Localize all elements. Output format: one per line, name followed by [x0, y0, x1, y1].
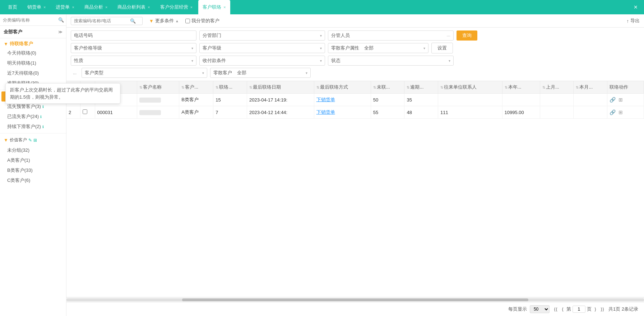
- table-area: ⚙ ⇅客户编码 ⇅客户名称 ⇅客户... ⇅联络... ⇅最后联络日期 ⇅最后联…: [66, 81, 644, 297]
- person-more[interactable]: ···: [446, 33, 450, 38]
- row2-checkbox[interactable]: [80, 106, 95, 119]
- row2-contact: 7: [213, 106, 247, 119]
- nav-tab-sales[interactable]: 销货单 ×: [23, 0, 50, 14]
- my-customer-checkbox[interactable]: [185, 19, 190, 23]
- churned-info-icon[interactable]: ℹ: [40, 115, 42, 119]
- my-customer-check[interactable]: 我分管的客户: [185, 18, 219, 24]
- col-name[interactable]: ⇅客户名称: [137, 81, 179, 94]
- price-grade-field[interactable]: 客户价格等级 ▾: [71, 43, 196, 53]
- status-field[interactable]: 状态 ▾: [328, 56, 454, 66]
- row2-overdue: 48: [404, 106, 438, 119]
- first-page-btn[interactable]: ⟨⟨: [552, 306, 559, 312]
- page-input[interactable]: [573, 306, 585, 313]
- gender-field[interactable]: 性质 ▾: [71, 56, 196, 66]
- sidebar-item-today[interactable]: 今天待联络(0): [0, 48, 66, 58]
- sidebar-item-churned[interactable]: 已流失客户(24) ℹ: [0, 112, 66, 122]
- table-row: 1 000039 B类客户 15 2023-04-17 14:19: 下销货单 …: [66, 94, 644, 106]
- sidebar-item-ungrouped[interactable]: 未分组(32): [0, 145, 66, 155]
- customer-type-field[interactable]: 客户类型 ▾: [82, 68, 207, 78]
- sidebar-item-class-c[interactable]: C类客户(6): [0, 175, 66, 185]
- sidebar-item-declining[interactable]: 持续下滑客户(2) ℹ: [0, 122, 66, 132]
- row1-contact: 15: [213, 94, 247, 106]
- row2-this-month: [574, 106, 607, 119]
- nav-tab-product-analysis[interactable]: 商品分析 ×: [80, 0, 112, 14]
- last-page-btn[interactable]: ⟩⟩: [599, 306, 606, 312]
- scrollbar-thumb[interactable]: [182, 298, 529, 301]
- nav-tab-home[interactable]: 首页: [4, 0, 22, 14]
- nav-tab-product-list[interactable]: 商品分析列表 ×: [113, 0, 154, 14]
- main-search-icon[interactable]: 🔍: [130, 18, 136, 24]
- col-overdue[interactable]: ⇅逾期...: [404, 81, 438, 94]
- row2-last-month: [540, 106, 574, 119]
- col-level[interactable]: ⇅客户...: [179, 81, 213, 94]
- person-field[interactable]: 分管人员 ···: [328, 30, 454, 41]
- next-page-btn[interactable]: ⟩: [593, 306, 598, 312]
- close-product-analysis-tab[interactable]: ×: [105, 5, 107, 9]
- row2-last-way-link[interactable]: 下销货单: [316, 109, 335, 115]
- nav-tab-customer-mgmt[interactable]: 客户分层经营 ×: [156, 0, 197, 14]
- col-this-month[interactable]: ⇅本月...: [574, 81, 607, 94]
- close-purchase-tab[interactable]: ×: [72, 5, 74, 9]
- price-grade-arrow: ▾: [191, 46, 193, 50]
- customer-table: ⚙ ⇅客户编码 ⇅客户名称 ⇅客户... ⇅联络... ⇅最后联络日期 ⇅最后联…: [66, 81, 644, 119]
- retail-attr-field[interactable]: 零散客户属性 全部 ▾: [328, 43, 428, 53]
- sidebar-item-tomorrow[interactable]: 明天待联络(1): [0, 58, 66, 68]
- row2-last-way[interactable]: 下销货单: [314, 106, 371, 119]
- close-all-button[interactable]: ×: [631, 4, 640, 11]
- query-button[interactable]: 查询: [457, 30, 477, 41]
- row2-action-link-icon[interactable]: 🔗: [610, 109, 616, 115]
- retail-field[interactable]: 零散客户 全部 ▾: [210, 68, 311, 78]
- prev-page-btn[interactable]: ⟨: [560, 306, 565, 312]
- export-button[interactable]: ↑ 导出: [627, 18, 640, 24]
- value-table-icon[interactable]: ⊞: [33, 138, 37, 143]
- close-customer-contact-tab[interactable]: ×: [223, 5, 226, 9]
- row1-last-way[interactable]: 下销货单: [314, 94, 371, 106]
- sidebar-item-class-b[interactable]: B类客户(33): [0, 165, 66, 175]
- col-last-month[interactable]: ⇅上月...: [540, 81, 574, 94]
- main-layout: 🔍 全部客户 ≫ ▼ 待联络客户 今天待联络(0) 明天待联络(1) 近7天待联…: [0, 14, 644, 316]
- col-uncontact[interactable]: ⇅未联...: [371, 81, 404, 94]
- settings-button[interactable]: 设置: [431, 43, 453, 53]
- row1-last-way-link[interactable]: 下销货单: [316, 97, 335, 102]
- sidebar-value-section: ▼ 价值客户 ✎ ⊞: [0, 135, 66, 145]
- per-page-select[interactable]: 50 100 200: [530, 305, 550, 313]
- nav-tab-purchase[interactable]: 进货单 ×: [51, 0, 78, 14]
- col-contact[interactable]: ⇅联络...: [213, 81, 247, 94]
- sidebar: 🔍 全部客户 ≫ ▼ 待联络客户 今天待联络(0) 明天待联络(1) 近7天待联…: [0, 14, 66, 316]
- filter-bar: 🔍 ▼ 更多条件 ▲ 我分管的客户 ↑ 导出: [66, 14, 644, 28]
- dept-field[interactable]: 分管部门 ▾: [199, 30, 325, 41]
- col-last-date[interactable]: ⇅最后联络日期: [247, 81, 314, 94]
- payment-field[interactable]: 收付款条件 ▾: [199, 56, 325, 66]
- row1-action-grid-icon[interactable]: ⊞: [618, 97, 623, 103]
- status-arrow: ▾: [449, 59, 450, 63]
- declining-info-icon[interactable]: ℹ: [42, 125, 44, 129]
- row1-action-link-icon[interactable]: 🔗: [610, 97, 616, 103]
- scrollbar-track: [66, 298, 644, 301]
- row2-action-grid-icon[interactable]: ⊞: [618, 109, 623, 115]
- horizontal-scrollbar[interactable]: [66, 297, 644, 302]
- close-sales-tab[interactable]: ×: [43, 5, 46, 9]
- churn-warning-info-icon[interactable]: ℹ: [42, 105, 44, 109]
- main-search-input[interactable]: [74, 18, 128, 23]
- col-this-year[interactable]: ⇅本年...: [502, 81, 540, 94]
- collapse-icon[interactable]: ≫: [58, 30, 62, 34]
- more-filters-btn[interactable]: ▼ 更多条件 ▲: [146, 16, 182, 25]
- close-product-list-tab[interactable]: ×: [148, 5, 150, 9]
- row2-uncontact: 55: [371, 106, 404, 119]
- pagination-bar: 每页显示 50 100 200 ⟨⟨ ⟨ 第 页 ⟩ ⟩⟩ 共1页 2条记录: [66, 302, 644, 316]
- col-last-way[interactable]: ⇅最后联络方式: [314, 81, 371, 94]
- nav-tab-customer-contact[interactable]: 客户联络 ×: [198, 0, 230, 14]
- filter-more-dots[interactable]: ...: [71, 69, 79, 77]
- sidebar-search-icon[interactable]: 🔍: [58, 17, 64, 23]
- phone-field[interactable]: 电话号码: [71, 30, 196, 41]
- level-field[interactable]: 客户等级 ▾: [199, 43, 325, 53]
- close-customer-mgmt-tab[interactable]: ×: [190, 5, 193, 9]
- page-label: 第: [566, 306, 571, 312]
- sidebar-item-7days[interactable]: 近7天待联络(0): [0, 68, 66, 78]
- sidebar-search-input[interactable]: [3, 18, 57, 23]
- col-person[interactable]: ⇅往来单位联系人: [438, 81, 502, 94]
- sidebar-item-class-a[interactable]: A类客户(1): [0, 155, 66, 165]
- retail-attr-arrow: ▾: [423, 46, 425, 50]
- value-edit-icon[interactable]: ✎: [28, 138, 32, 143]
- row2-action: 🔗 ⊞: [607, 106, 644, 119]
